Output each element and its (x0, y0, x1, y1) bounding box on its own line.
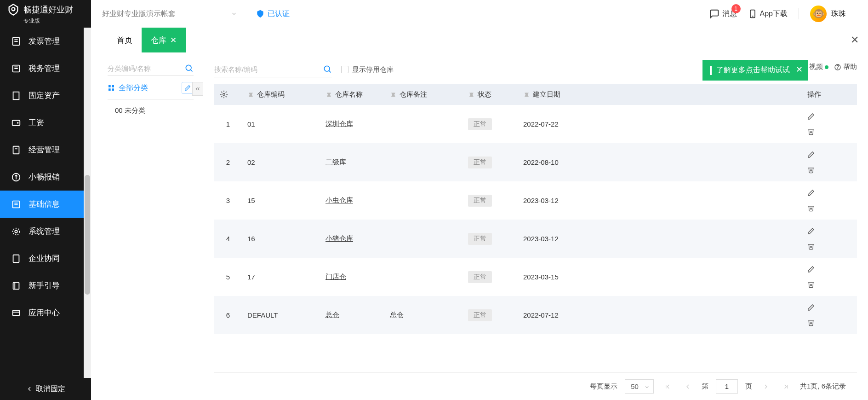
first-page-button[interactable] (661, 380, 674, 393)
next-page-button[interactable] (760, 380, 772, 393)
cell-date: 2023-03-15 (518, 258, 802, 296)
cell-code: 17 (242, 258, 320, 296)
category-uncategorized[interactable]: 00 未分类 (108, 100, 194, 122)
th-code[interactable]: ▲▼仓库编码 (242, 84, 320, 105)
chevron-down-icon (644, 384, 650, 390)
category-panel: 全部分类 00 未分类 (98, 56, 203, 400)
nav-invoice[interactable]: 发票管理 (0, 28, 84, 55)
cell-actions (802, 296, 857, 334)
search-icon[interactable] (184, 64, 194, 73)
prev-page-button[interactable] (681, 380, 694, 393)
collapse-panel-button[interactable] (192, 82, 203, 96)
scrollbar[interactable] (84, 28, 91, 378)
edit-button[interactable] (807, 151, 851, 158)
unpin-button[interactable]: 取消固定 (0, 378, 91, 400)
all-categories-label: 全部分类 (119, 83, 148, 93)
edit-button[interactable] (807, 304, 851, 311)
apps-icon (11, 308, 21, 318)
nav-tax[interactable]: 税务管理 (0, 55, 84, 82)
nav-business[interactable]: 经营管理 (0, 136, 84, 163)
th-name[interactable]: ▲▼仓库名称 (320, 84, 384, 105)
help-link[interactable]: 帮助 (834, 63, 857, 71)
table-row: 3 15 小虫仓库 正常 2023-03-12 (214, 181, 857, 220)
all-categories[interactable]: 全部分类 (108, 82, 194, 100)
verified-label: 已认证 (268, 9, 290, 19)
col-label: 仓库名称 (335, 90, 363, 99)
close-banner-button[interactable]: ✕ (796, 64, 803, 75)
cell-name[interactable]: 深圳仓库 (320, 105, 384, 143)
nav-expense[interactable]: 小畅报销 (0, 163, 84, 191)
total-text: 共1页, 6条记录 (800, 382, 846, 391)
edit-button[interactable] (807, 266, 851, 273)
app-download-button[interactable]: App下载 (748, 9, 788, 19)
cell-remark (384, 220, 463, 258)
delete-button[interactable] (807, 166, 851, 174)
th-settings[interactable] (214, 84, 242, 105)
main: 首页 仓库 ✕ ✕ 全部分类 00 未分类 (98, 28, 868, 400)
search-box (214, 62, 332, 77)
tab-label: 仓库 (151, 35, 166, 46)
th-status[interactable]: ▲▼状态 (463, 84, 518, 105)
show-disabled-checkbox[interactable]: 显示停用仓库 (341, 65, 394, 74)
user-name: 珠珠 (831, 9, 846, 19)
svg-point-32 (324, 66, 330, 71)
svg-rect-22 (13, 282, 19, 289)
edit-button[interactable] (807, 227, 851, 235)
delete-button[interactable] (807, 204, 851, 212)
col-label: 状态 (478, 90, 491, 99)
category-search-input[interactable] (108, 62, 194, 75)
message-icon (709, 9, 720, 19)
messages-button[interactable]: 消息 1 (709, 9, 737, 19)
th-action: 操作 (802, 84, 857, 105)
video-link[interactable]: 视频 (809, 63, 828, 71)
cell-date: 2023-03-12 (518, 220, 802, 258)
search-icon[interactable] (323, 64, 332, 74)
cell-name[interactable]: 小虫仓库 (320, 181, 384, 220)
cell-name[interactable]: 总仓 (320, 296, 384, 334)
page-input[interactable] (716, 379, 738, 394)
table-row: 2 02 二级库 正常 2022-08-10 (214, 143, 857, 181)
th-remark[interactable]: ▲▼仓库备注 (384, 84, 463, 105)
close-all-tabs[interactable]: ✕ (851, 34, 859, 46)
delete-button[interactable] (807, 319, 851, 326)
help-links: 视频 帮助 (809, 63, 857, 71)
nav-guide[interactable]: 新手引导 (0, 272, 84, 299)
account-selector[interactable]: 好业财专业版演示帐套 (91, 9, 237, 19)
user-menu[interactable]: 🐵 珠珠 (810, 6, 846, 22)
close-tab-icon[interactable]: ✕ (170, 35, 177, 45)
delete-button[interactable] (807, 243, 851, 250)
delete-button[interactable] (807, 128, 851, 135)
last-page-button[interactable] (780, 380, 793, 393)
book-icon (11, 281, 21, 291)
th-date[interactable]: ▲▼建立日期 (518, 84, 802, 105)
edit-button[interactable] (807, 113, 851, 120)
tab-warehouse[interactable]: 仓库 ✕ (142, 28, 186, 52)
nav-collab[interactable]: 企业协同 (0, 245, 84, 272)
tabs: 首页 仓库 ✕ ✕ (98, 28, 868, 52)
building-icon (11, 91, 21, 101)
search-input[interactable] (214, 62, 332, 77)
scrollbar-thumb[interactable] (85, 175, 90, 295)
edit-button[interactable] (807, 189, 851, 197)
cell-status: 正常 (463, 220, 518, 258)
row-index: 3 (214, 181, 242, 220)
nav-salary[interactable]: 工资 (0, 109, 84, 136)
help-banner[interactable]: 了解更多点击帮助试试 ✕ (702, 60, 808, 81)
gear-icon (220, 90, 228, 99)
logo-title: 畅捷通好业财 (23, 4, 73, 15)
unpin-label: 取消固定 (36, 384, 65, 394)
tax-icon (11, 64, 21, 74)
tab-home[interactable]: 首页 (108, 28, 142, 52)
delete-button[interactable] (807, 281, 851, 288)
nav-apps[interactable]: 应用中心 (0, 299, 84, 326)
nav-basic-info[interactable]: 基础信息 (0, 191, 84, 218)
cell-name[interactable]: 门店仓 (320, 258, 384, 296)
cell-name[interactable]: 小猪仓库 (320, 220, 384, 258)
nav-assets[interactable]: 固定资产 (0, 82, 84, 109)
cell-code: 01 (242, 105, 320, 143)
nav-label: 工资 (29, 117, 44, 128)
wallet-icon (11, 118, 21, 128)
page-size-select[interactable]: 50 (625, 379, 654, 394)
cell-name[interactable]: 二级库 (320, 143, 384, 181)
nav-system[interactable]: 系统管理 (0, 218, 84, 245)
